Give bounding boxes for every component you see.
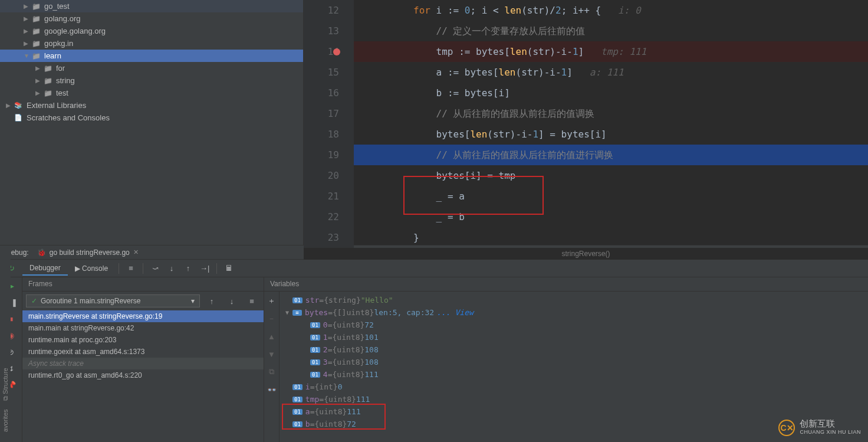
- check-icon: ✓: [31, 297, 37, 305]
- variable-row[interactable]: 01i = {int} 0: [280, 381, 868, 393]
- threads-icon[interactable]: ≡: [124, 261, 138, 276]
- favorites-tab[interactable]: avorites: [2, 409, 9, 432]
- code-line[interactable]: tmp := bytes[len(str)-i-1] tmp: 111: [354, 41, 868, 62]
- folder-icon: [44, 77, 53, 85]
- variable-row[interactable]: 010 = {uint8} 72: [280, 319, 868, 331]
- filter-frames-button[interactable]: ≡: [245, 294, 259, 308]
- type-badge-icon: 01: [292, 397, 303, 402]
- code-line[interactable]: // 从后往前的值跟从前往后的值调换: [354, 103, 868, 124]
- step-over-button[interactable]: ⤻: [148, 261, 162, 276]
- var-type: {int}: [315, 382, 338, 391]
- variable-row[interactable]: 012 = {uint8} 108: [280, 343, 868, 356]
- vars-toolbar: ＋ － ▲ ▼ ⧉ 👓: [264, 292, 280, 442]
- goroutine-selector[interactable]: ✓ Goroutine 1 main.stringReverse ▾: [26, 294, 200, 307]
- variable-row[interactable]: 011 = {uint8} 101: [280, 331, 868, 343]
- glasses-icon[interactable]: 👓: [265, 382, 279, 397]
- var-name: 4: [323, 370, 328, 379]
- function-breadcrumb[interactable]: stringReverse(): [304, 248, 868, 260]
- code-line[interactable]: _ = a: [354, 186, 868, 207]
- chevron-icon: ▶: [24, 28, 29, 34]
- folder-icon: [32, 52, 41, 60]
- watermark-logo-icon: C✕: [778, 420, 795, 436]
- tree-item[interactable]: ▶test: [0, 87, 303, 99]
- stack-frame[interactable]: runtime.main at proc.go:203: [22, 334, 264, 346]
- var-type: {uint8}: [333, 370, 365, 379]
- view-link[interactable]: ... View: [436, 308, 474, 317]
- line-gutter[interactable]: 121314151617181920212223: [304, 0, 354, 248]
- tree-label: gopkg.in: [44, 39, 73, 48]
- console-tab[interactable]: ▶ Console: [68, 262, 115, 275]
- watermark-brand: 创新互联: [800, 420, 861, 428]
- variable-row[interactable]: 013 = {uint8} 108: [280, 356, 868, 368]
- close-icon[interactable]: ✕: [133, 248, 139, 256]
- stack-frame[interactable]: main.main at stringReverse.go:42: [22, 322, 264, 334]
- stack-frame[interactable]: runtime.goexit at asm_amd64.s:1373: [22, 346, 264, 358]
- chevron-down-icon: ▾: [191, 297, 195, 305]
- type-badge-icon: 01: [310, 372, 320, 378]
- evaluate-button[interactable]: 🖩: [222, 261, 236, 276]
- code-line[interactable]: // 从前往后的值跟从后往前的值进行调换: [354, 145, 868, 165]
- var-value: 72: [347, 420, 356, 428]
- tree-item[interactable]: ▶string: [0, 74, 303, 87]
- structure-tab[interactable]: ⧉ Structure: [2, 368, 9, 401]
- folder-icon: [32, 2, 41, 11]
- debug-config-name[interactable]: go build stringReverse.go: [50, 248, 130, 257]
- code-line[interactable]: bytes[len(str)-i-1] = bytes[i]: [354, 124, 868, 145]
- code-line[interactable]: _ = b: [354, 207, 868, 227]
- var-type: {uint8}: [333, 345, 365, 354]
- code-line[interactable]: }: [354, 227, 868, 248]
- chevron-icon: ▶: [24, 15, 29, 22]
- variable-row[interactable]: 01tmp = {uint8} 111: [280, 393, 868, 405]
- variable-row[interactable]: 01str = {string} "Hello": [280, 294, 868, 306]
- external-libraries[interactable]: ▶ External Libraries: [0, 99, 303, 112]
- tree-item[interactable]: ▶for: [0, 62, 303, 74]
- var-value: "Hello": [361, 296, 393, 305]
- tree-item[interactable]: ▶google.golang.org: [0, 25, 303, 37]
- code-line[interactable]: a := bytes[len(str)-i-1] a: 111: [354, 62, 868, 83]
- code-line[interactable]: b := bytes[i]: [354, 83, 868, 103]
- step-out-button[interactable]: ↑: [181, 261, 195, 276]
- debugger-tab[interactable]: Debugger: [22, 261, 68, 276]
- copy-button[interactable]: ⧉: [265, 365, 279, 379]
- tree-item[interactable]: ▼learn: [0, 50, 303, 62]
- code-line[interactable]: bytes[i] = tmp: [354, 165, 868, 186]
- tree-label: go_test: [44, 2, 70, 11]
- chevron-icon: ▶: [35, 65, 41, 71]
- frames-list: main.stringReverse at stringReverse.go:1…: [22, 310, 264, 358]
- var-type: {uint8}: [315, 420, 347, 428]
- frames-header: Frames: [22, 277, 264, 292]
- scratches-consoles[interactable]: Scratches and Consoles: [0, 112, 303, 124]
- tree-item[interactable]: ▶golang.org: [0, 12, 303, 25]
- move-up-button[interactable]: ▲: [265, 329, 279, 343]
- code-editor[interactable]: 121314151617181920212223 for i := 0; i <…: [304, 0, 868, 245]
- move-down-button[interactable]: ▼: [265, 347, 279, 361]
- stack-frame[interactable]: runtime.rt0_go at asm_amd64.s:220: [22, 369, 264, 381]
- type-badge-icon: 01: [292, 384, 303, 390]
- goroutine-label: Goroutine 1 main.stringReverse: [41, 297, 140, 305]
- run-to-cursor-button[interactable]: →|: [198, 261, 212, 276]
- folder-icon: [32, 40, 41, 48]
- code-line[interactable]: for i := 0; i < len(str)/2; i++ { i: 0: [354, 0, 868, 21]
- var-name: a: [305, 407, 310, 416]
- project-tree: ▶go_test▶golang.org▶google.golang.org▶go…: [0, 0, 304, 245]
- add-watch-button[interactable]: ＋: [265, 294, 279, 308]
- step-into-button[interactable]: ↓: [165, 261, 179, 276]
- left-tool-stripe[interactable]: avorites ⧉ Structure: [0, 248, 11, 437]
- variable-row[interactable]: 01a = {uint8} 111: [280, 405, 868, 418]
- tree-label: string: [56, 76, 75, 85]
- tree-item[interactable]: ▶gopkg.in: [0, 37, 303, 50]
- stack-frame[interactable]: main.stringReverse at stringReverse.go:1…: [22, 310, 264, 322]
- var-value: 111: [356, 395, 370, 404]
- variable-row[interactable]: ▼≡bytes = {[]uint8} len:5, cap:32... Vie…: [280, 306, 868, 319]
- remove-watch-button[interactable]: －: [265, 312, 279, 326]
- next-frame-button[interactable]: ↓: [225, 294, 239, 308]
- variable-row[interactable]: 014 = {uint8} 111: [280, 368, 868, 381]
- prev-frame-button[interactable]: ↑: [205, 294, 219, 308]
- tree-item[interactable]: ▶go_test: [0, 0, 303, 12]
- breakpoint-icon[interactable]: [333, 48, 340, 55]
- code-content[interactable]: for i := 0; i < len(str)/2; i++ { i: 0 /…: [354, 0, 868, 248]
- tree-label: learn: [44, 51, 61, 60]
- var-value: 111: [364, 370, 378, 379]
- chevron-icon: ▶: [35, 77, 41, 84]
- code-line[interactable]: // 定义一个变量存放从后往前的值: [354, 21, 868, 41]
